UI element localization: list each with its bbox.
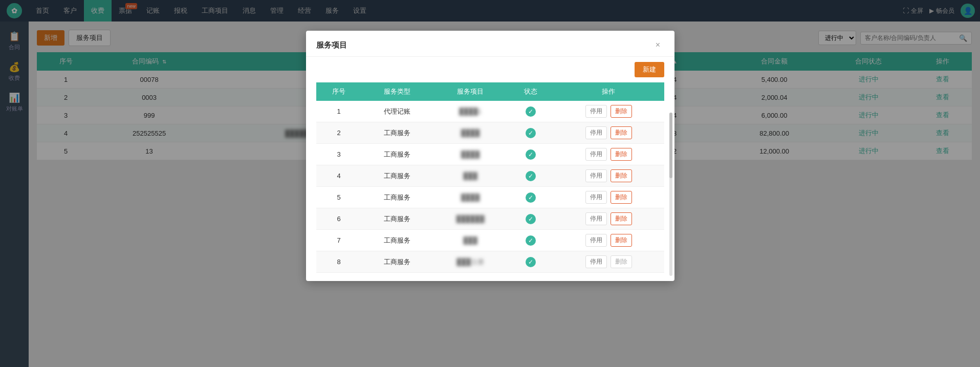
modal-cell-item: ████ xyxy=(433,144,508,165)
stop-button[interactable]: 停用 xyxy=(585,126,607,139)
modal-overlay[interactable]: 服务项目 × 新建 序号 服务类型 服务项目 状态 操作 1 代理记账 xyxy=(0,0,980,367)
modal-cell-seq: 6 xyxy=(316,208,362,230)
delete-button[interactable]: 删除 xyxy=(611,126,632,139)
modal-col-item: 服务项目 xyxy=(433,82,508,101)
modal-cell-item: ████ xyxy=(433,122,508,144)
modal-scrollbar[interactable] xyxy=(669,113,672,276)
service-items-table: 序号 服务类型 服务项目 状态 操作 1 代理记账 ████1 ✓ 停用 删除 … xyxy=(316,82,664,273)
modal-cell-action: 停用 删除 xyxy=(553,251,664,273)
modal-body: 序号 服务类型 服务项目 状态 操作 1 代理记账 ████1 ✓ 停用 删除 … xyxy=(306,82,674,281)
modal-cell-seq: 2 xyxy=(316,122,362,144)
modal-cell-seq: 3 xyxy=(316,144,362,165)
modal-cell-seq: 7 xyxy=(316,230,362,251)
modal-new-button[interactable]: 新建 xyxy=(635,62,664,77)
modal-cell-item: ███ xyxy=(433,230,508,251)
modal-cell-status: ✓ xyxy=(508,165,553,187)
status-check-icon: ✓ xyxy=(526,149,536,160)
modal-cell-item: ███注册 xyxy=(433,251,508,273)
modal-cell-seq: 4 xyxy=(316,165,362,187)
modal-cell-type: 工商服务 xyxy=(362,187,433,208)
modal-table-row: 1 代理记账 ████1 ✓ 停用 删除 xyxy=(316,101,664,122)
modal-cell-type: 工商服务 xyxy=(362,122,433,144)
modal-cell-seq: 5 xyxy=(316,187,362,208)
status-check-icon: ✓ xyxy=(526,171,536,181)
modal-cell-type: 工商服务 xyxy=(362,251,433,273)
modal-table-row: 3 工商服务 ████ ✓ 停用 删除 xyxy=(316,144,664,165)
modal-table-row: 7 工商服务 ███ ✓ 停用 删除 xyxy=(316,230,664,251)
modal-cell-type: 工商服务 xyxy=(362,208,433,230)
modal-cell-status: ✓ xyxy=(508,122,553,144)
modal-col-type: 服务类型 xyxy=(362,82,433,101)
modal-table-row: 6 工商服务 ██████ ✓ 停用 删除 xyxy=(316,208,664,230)
modal-cell-action: 停用 删除 xyxy=(553,101,664,122)
modal-toolbar: 新建 xyxy=(306,57,674,82)
status-check-icon: ✓ xyxy=(526,257,536,267)
stop-button[interactable]: 停用 xyxy=(585,255,607,268)
modal-cell-status: ✓ xyxy=(508,187,553,208)
delete-button[interactable]: 删除 xyxy=(611,255,632,268)
modal-cell-status: ✓ xyxy=(508,230,553,251)
stop-button[interactable]: 停用 xyxy=(585,191,607,204)
modal-col-action: 操作 xyxy=(553,82,664,101)
delete-button[interactable]: 删除 xyxy=(611,148,632,161)
modal-cell-action: 停用 删除 xyxy=(553,165,664,187)
service-modal: 服务项目 × 新建 序号 服务类型 服务项目 状态 操作 1 代理记账 xyxy=(306,31,674,281)
stop-button[interactable]: 停用 xyxy=(585,234,607,247)
modal-cell-status: ✓ xyxy=(508,144,553,165)
stop-button[interactable]: 停用 xyxy=(585,148,607,161)
modal-cell-type: 工商服务 xyxy=(362,144,433,165)
modal-col-status: 状态 xyxy=(508,82,553,101)
modal-cell-seq: 1 xyxy=(316,101,362,122)
modal-table-header-row: 序号 服务类型 服务项目 状态 操作 xyxy=(316,82,664,101)
modal-cell-seq: 8 xyxy=(316,251,362,273)
modal-table-row: 5 工商服务 ████ ✓ 停用 删除 xyxy=(316,187,664,208)
modal-scrollbar-thumb xyxy=(669,113,672,178)
stop-button[interactable]: 停用 xyxy=(585,212,607,225)
modal-cell-status: ✓ xyxy=(508,101,553,122)
modal-header: 服务项目 × xyxy=(306,31,674,57)
status-check-icon: ✓ xyxy=(526,192,536,203)
modal-cell-type: 工商服务 xyxy=(362,165,433,187)
stop-button[interactable]: 停用 xyxy=(585,169,607,182)
modal-cell-status: ✓ xyxy=(508,251,553,273)
modal-cell-action: 停用 删除 xyxy=(553,208,664,230)
modal-cell-status: ✓ xyxy=(508,208,553,230)
delete-button[interactable]: 删除 xyxy=(611,191,632,204)
modal-close-button[interactable]: × xyxy=(652,39,664,51)
delete-button[interactable]: 删除 xyxy=(611,169,632,182)
modal-cell-type: 工商服务 xyxy=(362,230,433,251)
modal-cell-item: ██████ xyxy=(433,208,508,230)
stop-button[interactable]: 停用 xyxy=(585,105,607,118)
modal-cell-item: ████1 xyxy=(433,101,508,122)
modal-table-row: 2 工商服务 ████ ✓ 停用 删除 xyxy=(316,122,664,144)
status-check-icon: ✓ xyxy=(526,214,536,224)
modal-cell-action: 停用 删除 xyxy=(553,122,664,144)
status-check-icon: ✓ xyxy=(526,235,536,246)
delete-button[interactable]: 删除 xyxy=(611,105,632,118)
modal-cell-action: 停用 删除 xyxy=(553,187,664,208)
modal-table-row: 4 工商服务 ███ ✓ 停用 删除 xyxy=(316,165,664,187)
delete-button[interactable]: 删除 xyxy=(611,212,632,225)
modal-cell-action: 停用 删除 xyxy=(553,144,664,165)
status-check-icon: ✓ xyxy=(526,106,536,117)
modal-cell-type: 代理记账 xyxy=(362,101,433,122)
modal-col-seq: 序号 xyxy=(316,82,362,101)
modal-title: 服务项目 xyxy=(316,40,347,50)
status-check-icon: ✓ xyxy=(526,128,536,138)
modal-table-row: 8 工商服务 ███注册 ✓ 停用 删除 xyxy=(316,251,664,273)
modal-cell-item: ███ xyxy=(433,165,508,187)
modal-cell-action: 停用 删除 xyxy=(553,230,664,251)
delete-button[interactable]: 删除 xyxy=(611,234,632,247)
modal-cell-item: ████ xyxy=(433,187,508,208)
